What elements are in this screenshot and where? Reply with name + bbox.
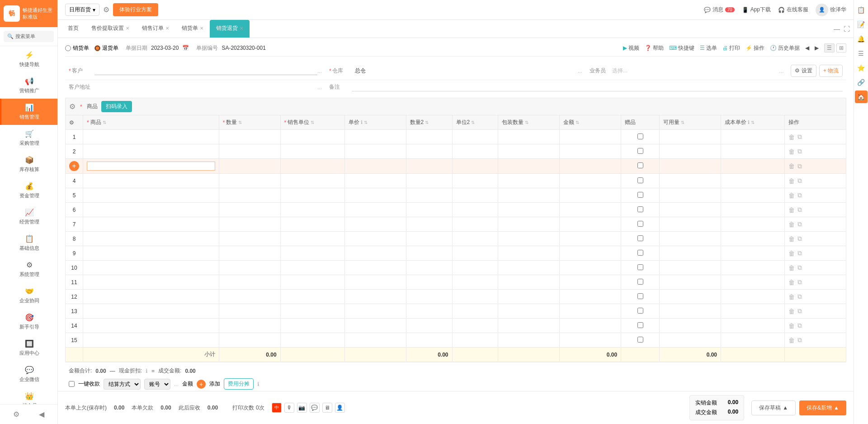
sort-product-icon[interactable]: ⇅ xyxy=(103,120,106,125)
online-service-btn[interactable]: 🎧 在线客服 xyxy=(778,6,808,14)
copy-row-4-btn[interactable]: ⧉ xyxy=(797,177,802,185)
delete-row-14-btn[interactable]: 🗑 xyxy=(788,322,795,329)
status-icon-5[interactable]: 🖥 xyxy=(322,403,332,413)
module-select[interactable]: 日用百货 ▾ xyxy=(65,4,99,16)
sort-qty2-icon[interactable]: ⇅ xyxy=(425,120,429,125)
table-settings-icon[interactable]: ⚙ xyxy=(69,102,75,111)
address-dots[interactable]: ... xyxy=(317,84,322,91)
sidebar-item-guide[interactable]: 🎯 新手引导 xyxy=(0,309,57,335)
tab-close-sales-order[interactable]: ✕ xyxy=(165,26,169,31)
right-panel-btn-3[interactable]: 🔔 xyxy=(855,33,868,45)
sidebar-settings-btn[interactable]: ⚙ xyxy=(11,408,21,420)
sort-avail-icon[interactable]: ⇅ xyxy=(681,120,684,125)
print-btn[interactable]: 🖨 打印 xyxy=(722,44,740,52)
discount-info-icon[interactable]: ℹ xyxy=(146,368,148,374)
gift-checkbox-10[interactable] xyxy=(637,264,643,270)
right-panel-btn-5[interactable]: ⭐ xyxy=(855,62,868,74)
delete-row-3-btn[interactable]: 🗑 xyxy=(788,162,795,170)
tab-sales-return[interactable]: 销货退货 ✕ xyxy=(210,20,250,38)
price-info-icon[interactable]: ℹ xyxy=(361,119,363,125)
gift-checkbox-2[interactable] xyxy=(637,148,643,154)
copy-row-15-btn[interactable]: ⧉ xyxy=(797,336,802,344)
delete-row-15-btn[interactable]: 🗑 xyxy=(788,337,795,344)
gift-checkbox-12[interactable] xyxy=(637,293,643,299)
sort-qty-icon[interactable]: ⇅ xyxy=(238,120,242,125)
sort-cost-icon[interactable]: ⇅ xyxy=(751,120,755,125)
copy-row-12-btn[interactable]: ⧉ xyxy=(797,293,802,300)
nav-next-btn[interactable]: ▶ xyxy=(815,45,819,51)
sort-unit-icon[interactable]: ⇅ xyxy=(311,120,314,125)
tab-sales-delivery[interactable]: 销货单 ✕ xyxy=(175,20,210,38)
settings-icon[interactable]: ⚙ xyxy=(103,5,109,14)
copy-row-2-btn[interactable]: ⧉ xyxy=(797,148,802,155)
copy-row-13-btn[interactable]: ⧉ xyxy=(797,307,802,315)
form-settings-btn[interactable]: ⚙ 设置 xyxy=(791,65,816,77)
delete-row-2-btn[interactable]: 🗑 xyxy=(788,148,795,155)
view-list-btn[interactable]: ☰ xyxy=(824,43,835,52)
copy-row-14-btn[interactable]: ⧉ xyxy=(797,322,802,329)
sort-amount-icon[interactable]: ⇅ xyxy=(576,120,579,125)
right-panel-btn-1[interactable]: 📋 xyxy=(855,4,868,16)
note-input[interactable] xyxy=(352,83,843,91)
warehouse-dots[interactable]: ... xyxy=(578,68,582,74)
type-sale-radio[interactable]: 销货单 xyxy=(65,44,89,52)
payment-method-select[interactable]: 结算方式 xyxy=(104,379,141,390)
sidebar-item-quick-nav[interactable]: ⚡ 快捷导航 xyxy=(0,46,57,72)
save-draft-btn[interactable]: 保存草稿 ▲ xyxy=(751,400,796,415)
gift-checkbox-11[interactable] xyxy=(637,279,643,285)
account-dots[interactable]: ... xyxy=(174,381,179,387)
gift-checkbox-3[interactable] xyxy=(637,162,643,168)
gift-checkbox-5[interactable] xyxy=(637,192,643,198)
status-icon-4[interactable]: 💬 xyxy=(310,403,320,413)
gift-checkbox-8[interactable] xyxy=(637,235,643,241)
salesperson-dots[interactable]: ... xyxy=(779,68,783,74)
gift-checkbox-13[interactable] xyxy=(637,308,643,314)
right-panel-btn-4[interactable]: ☰ xyxy=(855,47,868,60)
delete-row-4-btn[interactable]: 🗑 xyxy=(788,177,795,185)
history-btn[interactable]: 🕐 历史单据 xyxy=(770,44,800,52)
status-icon-2[interactable]: 🎙 xyxy=(284,403,294,413)
payment-account-select[interactable]: 账号 xyxy=(144,379,170,390)
gift-checkbox-6[interactable] xyxy=(637,206,643,212)
right-panel-btn-7[interactable]: 🏠 xyxy=(855,91,868,103)
sidebar-item-system[interactable]: ⚙ 系统管理 xyxy=(0,256,57,282)
gift-checkbox-1[interactable] xyxy=(637,133,643,139)
calendar-icon[interactable]: 📅 xyxy=(182,45,189,51)
tab-close-price-setting[interactable]: ✕ xyxy=(126,26,129,31)
status-icon-6[interactable]: 👤 xyxy=(335,403,345,413)
tab-sales-order[interactable]: 销售订单 ✕ xyxy=(136,20,175,38)
tab-price-setting[interactable]: 售价提取设置 ✕ xyxy=(85,20,136,38)
delete-row-12-btn[interactable]: 🗑 xyxy=(788,293,795,300)
delete-row-8-btn[interactable]: 🗑 xyxy=(788,235,795,243)
delete-row-9-btn[interactable]: 🗑 xyxy=(788,250,795,257)
tab-close-sales-delivery[interactable]: ✕ xyxy=(200,26,203,31)
tab-home[interactable]: 首页 xyxy=(61,20,85,38)
copy-row-9-btn[interactable]: ⧉ xyxy=(797,249,802,257)
sidebar-item-sales[interactable]: 📊 销售管理 xyxy=(0,99,57,125)
sidebar-collapse-btn[interactable]: ◀ xyxy=(37,408,46,420)
sort-unit2-icon[interactable]: ⇅ xyxy=(471,120,475,125)
delete-row-11-btn[interactable]: 🗑 xyxy=(788,279,795,286)
sidebar-item-basic[interactable]: 📋 基础信息 xyxy=(0,230,57,256)
help-btn[interactable]: ❓ 帮助 xyxy=(645,44,664,52)
message-btn[interactable]: 💬 消息 70 xyxy=(704,6,735,14)
gift-checkbox-9[interactable] xyxy=(637,250,643,256)
sidebar-item-inventory[interactable]: 📦 库存核算 xyxy=(0,151,57,177)
sidebar-item-marketing[interactable]: 📢 营销推广 xyxy=(0,72,57,99)
video-btn[interactable]: ▶ 视频 xyxy=(623,44,639,52)
trial-btn[interactable]: 体验行业方案 xyxy=(113,3,158,16)
delete-row-1-btn[interactable]: 🗑 xyxy=(788,133,795,141)
tab-maximize-btn[interactable]: ⛶ xyxy=(844,25,850,33)
delete-row-13-btn[interactable]: 🗑 xyxy=(788,308,795,315)
sidebar-item-member[interactable]: 👑 畅会员 xyxy=(0,387,57,404)
sidebar-item-finance[interactable]: 💰 资金管理 xyxy=(0,177,57,204)
customer-input[interactable] xyxy=(94,67,317,75)
copy-row-5-btn[interactable]: ⧉ xyxy=(797,191,802,199)
right-panel-btn-2[interactable]: 📝 xyxy=(855,18,868,31)
sidebar-item-app-center[interactable]: 🔲 应用中心 xyxy=(0,335,57,361)
gift-checkbox-14[interactable] xyxy=(637,322,643,328)
app-download-btn[interactable]: 📱 App下载 xyxy=(742,6,771,14)
expense-info-icon[interactable]: ℹ xyxy=(257,381,259,387)
tab-minimize-btn[interactable]: — xyxy=(834,25,840,33)
type-return-radio[interactable]: 退货单 xyxy=(94,44,118,52)
